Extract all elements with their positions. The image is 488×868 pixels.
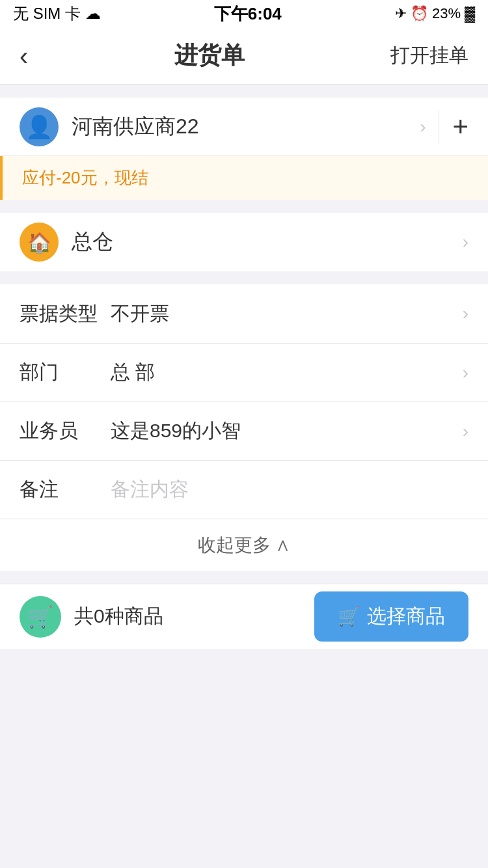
salesperson-value: 这是859的小智: [104, 418, 463, 444]
supplier-name: 河南供应商22: [72, 113, 420, 141]
warehouse-row[interactable]: 🏠 总仓 ›: [0, 213, 488, 271]
salesperson-chevron-icon: ›: [463, 421, 468, 442]
signal-text: 无 SIM 卡 ☁: [13, 3, 101, 24]
salesperson-label: 业务员: [20, 418, 104, 444]
warehouse-icon-wrap: 🏠: [20, 223, 59, 262]
alarm-icon: ⏰: [411, 5, 428, 22]
remaining-space: [0, 649, 488, 844]
invoice-type-label: 票据类型: [20, 301, 104, 327]
person-icon: 👤: [25, 114, 53, 140]
info-banner-text: 应付-20元，现结: [22, 168, 148, 187]
gap-1: [0, 85, 488, 98]
bottom-bar: 🛒 共0种商品 🛒 选择商品: [0, 584, 488, 649]
gap-3: [0, 271, 488, 284]
nav-bar: ‹ 进货单 打开挂单: [0, 27, 488, 85]
form-card: 票据类型 不开票 › 部门 总 部 › 业务员 这是859的小智 › 备注 备注…: [0, 284, 488, 571]
department-label: 部门: [20, 359, 104, 386]
status-left: 无 SIM 卡 ☁: [13, 3, 101, 24]
supplier-row[interactable]: 👤 河南供应商22 › +: [0, 98, 488, 156]
invoice-type-chevron-icon: ›: [463, 303, 468, 324]
status-right: ✈ ⏰ 23% ▓: [395, 5, 475, 22]
select-product-button[interactable]: 🛒 选择商品: [314, 591, 468, 642]
warehouse-name: 总仓: [72, 228, 463, 256]
department-chevron-icon: ›: [463, 362, 468, 383]
salesperson-row[interactable]: 业务员 这是859的小智 ›: [0, 401, 488, 460]
supplier-card: 👤 河南供应商22 › + 应付-20元，现结: [0, 98, 488, 200]
gap-2: [0, 200, 488, 213]
remark-input[interactable]: 备注内容: [104, 476, 468, 503]
gap-4: [0, 571, 488, 584]
cart-icon: 🛒: [27, 604, 53, 629]
invoice-type-value: 不开票: [104, 301, 463, 327]
invoice-type-row[interactable]: 票据类型 不开票 ›: [0, 284, 488, 343]
remark-row[interactable]: 备注 备注内容: [0, 460, 488, 519]
warehouse-chevron-icon: ›: [463, 232, 468, 252]
status-time: 下午6:04: [214, 3, 282, 25]
cart-icon-wrap: 🛒: [20, 596, 61, 638]
product-count-text: 共0种商品: [74, 603, 314, 630]
location-icon: ✈: [395, 5, 407, 22]
house-icon: 🏠: [27, 231, 51, 254]
info-banner: 应付-20元，现结: [0, 156, 488, 200]
page-title: 进货单: [174, 40, 245, 72]
supplier-divider: [439, 111, 439, 143]
department-row[interactable]: 部门 总 部 ›: [0, 343, 488, 401]
battery-text: 23%: [432, 5, 461, 22]
department-value: 总 部: [104, 359, 463, 386]
collapse-row[interactable]: 收起更多 ∧: [0, 519, 488, 571]
supplier-avatar: 👤: [20, 107, 59, 146]
battery-icon: ▓: [465, 5, 475, 22]
open-pending-button[interactable]: 打开挂单: [390, 42, 468, 69]
add-supplier-button[interactable]: +: [452, 113, 468, 141]
supplier-chevron-icon: ›: [420, 116, 426, 137]
collapse-text: 收起更多 ∧: [198, 533, 291, 558]
status-bar: 无 SIM 卡 ☁ 下午6:04 ✈ ⏰ 23% ▓: [0, 0, 488, 27]
remark-label: 备注: [20, 476, 104, 503]
back-button[interactable]: ‹: [20, 43, 28, 69]
select-product-icon: 🛒: [338, 606, 360, 627]
select-product-label: 选择商品: [367, 603, 445, 630]
warehouse-card: 🏠 总仓 ›: [0, 213, 488, 271]
